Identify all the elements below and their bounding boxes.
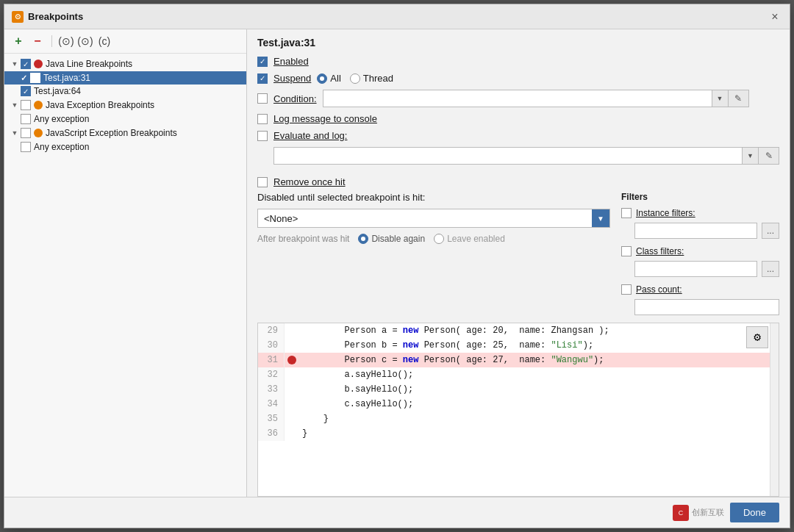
disable-again-radio — [358, 234, 368, 244]
disabled-until-row: Disabled until selected breakpoint is hi… — [257, 192, 614, 203]
label-java-exception: Java Exception Breakpoints — [46, 100, 154, 110]
label-js-exception: JavaScript Exception Breakpoints — [46, 128, 177, 138]
remove-once-hit-checkbox[interactable] — [257, 177, 268, 187]
line-num-32: 32 — [258, 367, 285, 382]
enabled-row: ✓ Enabled — [257, 56, 779, 67]
all-radio-option[interactable]: All — [317, 73, 340, 84]
group3-button[interactable]: (c) — [96, 33, 112, 49]
line-num-34: 34 — [258, 397, 285, 411]
code-text-35: } — [299, 411, 332, 426]
disable-again-option[interactable]: Disable again — [358, 234, 425, 244]
instance-filter-btn[interactable]: ... — [762, 223, 779, 239]
done-button[interactable]: Done — [730, 503, 779, 522]
remove-button[interactable]: − — [29, 33, 46, 49]
toolbar: + − (⊙) (⊙) (c) — [4, 29, 246, 54]
log-message-checkbox[interactable] — [257, 114, 268, 124]
thread-radio-circle — [350, 73, 360, 84]
code-text-30: Person b = new Person( age: 25, name: "L… — [299, 338, 596, 353]
evaluate-dropdown-btn[interactable]: ▼ — [743, 147, 759, 165]
condition-input[interactable] — [323, 90, 712, 107]
none-dropdown-arrow[interactable]: ▼ — [592, 209, 609, 227]
breakpoints-dialog: ⊙ Breakpoints × + − (⊙) (⊙) (c) ▼ ✓ Ja — [4, 4, 790, 528]
class-filter-input-row: ... — [621, 261, 779, 277]
bp-dot-java-exception — [34, 101, 43, 109]
evaluate-input[interactable] — [273, 147, 743, 165]
none-dropdown[interactable]: <None> ▼ — [257, 209, 610, 228]
close-button[interactable]: × — [768, 10, 782, 24]
enabled-label: Enabled — [273, 56, 309, 67]
line-bp-32 — [285, 367, 299, 382]
evaluate-section: Evaluate and log: ▼ ✎ — [257, 130, 779, 170]
title-bar-left: ⊙ Breakpoints — [12, 11, 83, 23]
thread-radio-label: Thread — [363, 73, 393, 84]
none-dropdown-text: <None> — [258, 212, 592, 226]
line-num-31: 31 — [258, 353, 285, 367]
evaluate-input-row: ▼ ✎ — [257, 147, 779, 165]
code-line-32: 32 a.sayHello(); — [258, 367, 779, 382]
class-filter-checkbox[interactable] — [621, 246, 632, 256]
checkmark-test31: ✓ — [21, 73, 27, 83]
code-scrollbar[interactable] — [770, 323, 779, 496]
suspend-checkbox[interactable]: ✓ — [257, 73, 268, 84]
evaluate-edit-btn[interactable]: ✎ — [759, 147, 779, 165]
thread-radio-option[interactable]: Thread — [350, 73, 393, 84]
instance-filter-label: Instance filters: — [636, 208, 695, 218]
label-java-line: Java Line Breakpoints — [46, 59, 132, 69]
condition-dropdown-btn[interactable]: ▼ — [712, 90, 729, 107]
leave-enabled-option[interactable]: Leave enabled — [434, 234, 505, 244]
line-bp-33 — [285, 382, 299, 397]
group1-button[interactable]: (⊙) — [58, 33, 74, 49]
code-text-31: Person c = new Person( age: 27, name: "W… — [299, 353, 607, 367]
tree-item-any-exception-2[interactable]: Any exception — [4, 140, 246, 154]
arrow-java-exception: ▼ — [9, 99, 21, 111]
tree-item-java-line[interactable]: ▼ ✓ Java Line Breakpoints — [4, 57, 246, 71]
instance-filter-input[interactable] — [634, 223, 757, 239]
code-area: 29 Person a = new Person( age: 20, name:… — [257, 323, 779, 497]
line-num-30: 30 — [258, 338, 285, 353]
class-filter-btn[interactable]: ... — [762, 261, 779, 277]
code-text-34: c.sayHello(); — [299, 397, 416, 411]
condition-edit-btn[interactable]: ✎ — [729, 90, 749, 107]
line-bp-36 — [285, 426, 299, 441]
tree-item-js-exception[interactable]: ▼ JavaScript Exception Breakpoints — [4, 126, 246, 140]
add-button[interactable]: + — [10, 33, 26, 49]
label-test64: Test.java:64 — [34, 86, 81, 96]
code-text-33: b.sayHello(); — [299, 382, 416, 397]
watermark: C 创新互联 — [673, 505, 724, 521]
log-message-row: Log message to console — [257, 113, 779, 124]
leave-enabled-radio — [434, 234, 444, 244]
tree-item-java-exception[interactable]: ▼ Java Exception Breakpoints — [4, 98, 246, 112]
evaluate-checkbox[interactable] — [257, 131, 268, 141]
checkbox-test64[interactable]: ✓ — [21, 86, 31, 96]
pass-count-input[interactable] — [634, 299, 779, 315]
checkbox-any-exception-2[interactable] — [21, 142, 31, 152]
tree-item-any-exception-1[interactable]: Any exception — [4, 112, 246, 126]
tree-item-test31[interactable]: ✓ Test.java:31 — [4, 71, 246, 85]
title-bar: ⊙ Breakpoints × — [4, 4, 790, 29]
checkbox-js-exception[interactable] — [21, 128, 31, 138]
line-num-35: 35 — [258, 411, 285, 426]
code-action-btn[interactable]: ⚙ — [746, 326, 768, 348]
class-filter-input[interactable] — [634, 261, 757, 277]
bp-dot-31 — [287, 356, 296, 364]
code-text-32: a.sayHello(); — [299, 367, 416, 382]
enabled-checkbox[interactable]: ✓ — [257, 57, 268, 67]
watermark-logo: C — [673, 505, 689, 521]
disabled-until-label: Disabled until selected breakpoint is hi… — [257, 192, 425, 203]
bottom-bar: C 创新互联 Done — [4, 497, 790, 528]
pass-count-checkbox[interactable] — [621, 284, 632, 295]
group2-button[interactable]: (⊙) — [77, 33, 93, 49]
all-radio-circle — [317, 73, 327, 84]
evaluate-input-group: ▼ ✎ — [273, 147, 779, 165]
instance-filter-checkbox[interactable] — [621, 208, 632, 218]
class-filter-row: Class filters: — [621, 246, 779, 256]
log-message-label: Log message to console — [273, 113, 377, 124]
checkbox-java-exception[interactable] — [21, 100, 31, 110]
condition-input-group: ▼ ✎ — [323, 90, 749, 107]
code-line-30: 30 Person b = new Person( age: 25, name:… — [258, 338, 779, 353]
checkbox-any-exception-1[interactable] — [21, 114, 31, 124]
tree-item-test64[interactable]: ✓ Test.java:64 — [4, 85, 246, 98]
checkbox-java-line[interactable]: ✓ — [21, 59, 31, 69]
condition-checkbox[interactable] — [257, 93, 268, 104]
line-num-33: 33 — [258, 382, 285, 397]
